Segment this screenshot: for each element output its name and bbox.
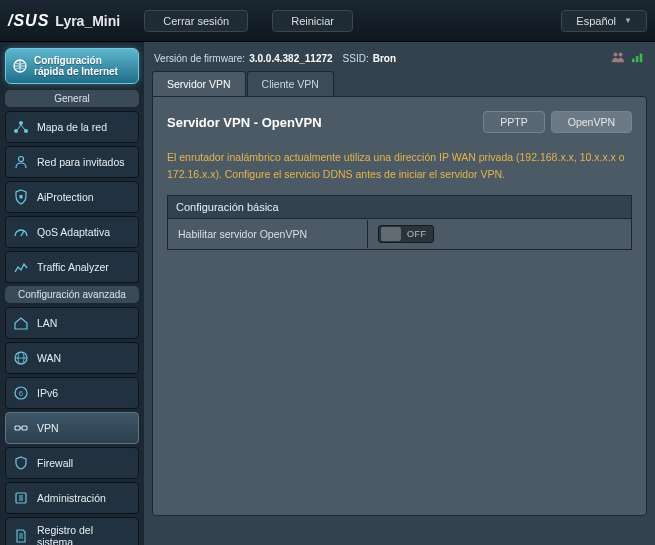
svg-point-13 — [613, 52, 617, 56]
quick-setup-label: Configuración rápida de Internet — [34, 55, 132, 77]
sidebar-item-ipv6[interactable]: 6 IPv6 — [5, 377, 139, 409]
sidebar: Configuración rápida de Internet General… — [0, 42, 144, 545]
sidebar-item-label: Mapa de la red — [37, 121, 107, 133]
globe6-icon: 6 — [12, 384, 30, 402]
sidebar-item-label: VPN — [37, 422, 59, 434]
tab-vpn-server[interactable]: Servidor VPN — [152, 71, 246, 96]
gauge-icon — [12, 223, 30, 241]
setting-label: Habilitar servidor OpenVPN — [168, 220, 368, 248]
svg-point-14 — [619, 52, 623, 56]
sidebar-item-guest-network[interactable]: Red para invitados — [5, 146, 139, 178]
main-content: Versión de firmware: 3.0.0.4.382_11272 S… — [144, 42, 655, 545]
language-dropdown[interactable]: Español ▼ — [561, 10, 647, 32]
sidebar-item-label: QoS Adaptativa — [37, 226, 110, 238]
svg-rect-17 — [640, 54, 643, 63]
svg-rect-10 — [15, 426, 20, 430]
sidebar-item-firewall[interactable]: Firewall — [5, 447, 139, 479]
openvpn-toggle[interactable]: OFF — [378, 225, 434, 243]
sidebar-item-network-map[interactable]: Mapa de la red — [5, 111, 139, 143]
chevron-down-icon: ▼ — [624, 16, 632, 25]
analyzer-icon — [12, 258, 30, 276]
ssid-label: SSID: — [343, 53, 369, 64]
protocol-pptp-button[interactable]: PPTP — [483, 111, 544, 133]
users-icon[interactable] — [611, 51, 625, 65]
firewall-icon — [12, 454, 30, 472]
brand: /SUS Lyra_Mini — [8, 12, 120, 30]
reboot-button[interactable]: Reiniciar — [272, 10, 353, 32]
network-map-icon — [12, 118, 30, 136]
sidebar-item-label: Firewall — [37, 457, 73, 469]
sidebar-item-label: Registro del sistema — [37, 524, 132, 545]
sidebar-item-vpn[interactable]: VPN — [5, 412, 139, 444]
svg-point-4 — [19, 157, 24, 162]
svg-rect-15 — [632, 59, 635, 62]
sidebar-item-qos[interactable]: QoS Adaptativa — [5, 216, 139, 248]
sidebar-item-aiprotection[interactable]: AiProtection — [5, 181, 139, 213]
section-basic-config: Configuración básica — [167, 195, 632, 219]
content-card: Servidor VPN - OpenVPN PPTP OpenVPN El e… — [152, 96, 647, 516]
gear-globe-icon — [12, 57, 28, 75]
link-status-icon[interactable] — [631, 51, 645, 65]
sidebar-item-wan[interactable]: WAN — [5, 342, 139, 374]
sidebar-item-label: Administración — [37, 492, 106, 504]
fw-label: Versión de firmware: — [154, 53, 245, 64]
svg-point-3 — [19, 121, 23, 125]
sidebar-item-label: LAN — [37, 317, 57, 329]
firmware-info: Versión de firmware: 3.0.0.4.382_11272 S… — [152, 48, 647, 71]
sidebar-item-label: Red para invitados — [37, 156, 125, 168]
sidebar-item-label: AiProtection — [37, 191, 94, 203]
language-label: Español — [576, 15, 616, 27]
shield-icon — [12, 188, 30, 206]
svg-rect-11 — [22, 426, 27, 430]
vpn-tabs: Servidor VPN Cliente VPN — [152, 71, 647, 96]
ssid-value: Bron — [373, 53, 396, 64]
model-name: Lyra_Mini — [55, 13, 120, 29]
log-icon — [12, 527, 30, 545]
quick-setup-button[interactable]: Configuración rápida de Internet — [5, 48, 139, 84]
globe-icon — [12, 349, 30, 367]
sidebar-item-label: IPv6 — [37, 387, 58, 399]
sidebar-item-traffic-analyzer[interactable]: Traffic Analyzer — [5, 251, 139, 283]
toggle-knob — [381, 227, 401, 241]
sidebar-section-advanced: Configuración avanzada — [5, 286, 139, 303]
page-title: Servidor VPN - OpenVPN — [167, 115, 483, 130]
wan-ip-warning: El enrutador inalámbrico actualmente uti… — [167, 143, 632, 195]
sidebar-item-system-log[interactable]: Registro del sistema — [5, 517, 139, 545]
sidebar-item-lan[interactable]: LAN — [5, 307, 139, 339]
setting-enable-openvpn: Habilitar servidor OpenVPN OFF — [167, 219, 632, 250]
sidebar-item-label: WAN — [37, 352, 61, 364]
sidebar-item-administration[interactable]: Administración — [5, 482, 139, 514]
svg-text:6: 6 — [19, 390, 23, 397]
svg-rect-16 — [636, 56, 639, 62]
sidebar-section-general: General — [5, 90, 139, 107]
toggle-state: OFF — [407, 229, 427, 239]
home-icon — [12, 314, 30, 332]
tab-vpn-client[interactable]: Cliente VPN — [247, 71, 334, 96]
logout-button[interactable]: Cerrar sesión — [144, 10, 248, 32]
guest-icon — [12, 153, 30, 171]
asus-logo: /SUS — [8, 12, 49, 30]
fw-version: 3.0.0.4.382_11272 — [249, 53, 332, 64]
protocol-openvpn-button[interactable]: OpenVPN — [551, 111, 632, 133]
svg-rect-5 — [20, 195, 23, 199]
sidebar-item-label: Traffic Analyzer — [37, 261, 109, 273]
admin-icon — [12, 489, 30, 507]
app-header: /SUS Lyra_Mini Cerrar sesión Reiniciar E… — [0, 0, 655, 42]
vpn-icon — [12, 419, 30, 437]
